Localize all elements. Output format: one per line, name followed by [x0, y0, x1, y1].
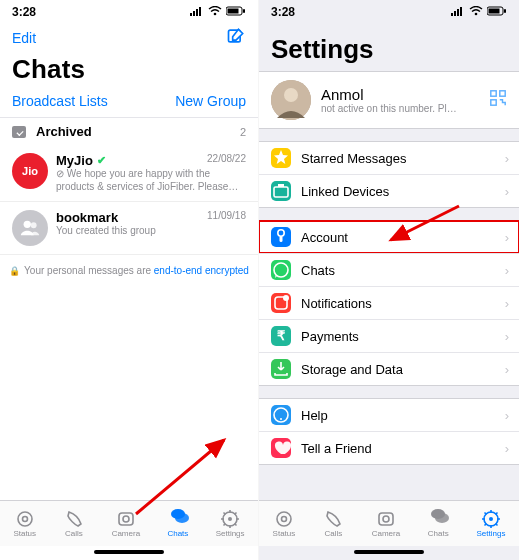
chat-name: bookmark — [56, 210, 118, 225]
e2e-link[interactable]: end-to-end encrypted — [154, 265, 249, 276]
archived-count: 2 — [240, 126, 246, 138]
broadcast-lists-button[interactable]: Broadcast Lists — [12, 93, 108, 109]
status-icon — [14, 510, 36, 528]
svg-point-12 — [22, 516, 27, 521]
archived-label: Archived — [36, 124, 92, 139]
lock-icon: 🔒 — [9, 266, 20, 276]
tab-bar: StatusCallsCameraChatsSettings — [259, 500, 519, 546]
status-icons — [190, 5, 246, 19]
settings-notifications[interactable]: Notifications› — [259, 286, 519, 319]
chat-preview: ⊘ We hope you are happy with the product… — [56, 168, 246, 193]
chevron-right-icon: › — [505, 408, 509, 423]
settings-chats[interactable]: Chats› — [259, 253, 519, 286]
settings-payments[interactable]: ₹Payments› — [259, 319, 519, 352]
svg-point-45 — [489, 517, 493, 521]
settings-starred[interactable]: Starred Messages› — [259, 142, 519, 174]
storage-icon — [271, 359, 291, 379]
cell-label: Starred Messages — [301, 151, 407, 166]
tab-status[interactable]: Status — [13, 510, 36, 538]
new-group-button[interactable]: New Group — [175, 93, 246, 109]
settings-group-2: Account›Chats›Notifications›₹Payments›St… — [259, 220, 519, 386]
tab-label: Camera — [372, 529, 400, 538]
tab-status[interactable]: Status — [273, 510, 296, 538]
archive-icon — [12, 126, 26, 138]
svg-text:₹: ₹ — [277, 328, 286, 343]
settings-storage[interactable]: Storage and Data› — [259, 352, 519, 385]
avatar — [271, 80, 311, 120]
svg-rect-20 — [460, 7, 462, 16]
status-icons — [451, 5, 507, 19]
edit-button[interactable]: Edit — [12, 30, 36, 46]
tab-chats[interactable]: Chats — [427, 510, 449, 538]
tab-label: Camera — [112, 529, 140, 538]
tab-label: Calls — [65, 529, 83, 538]
chats-icon — [271, 260, 291, 280]
linked-icon — [271, 181, 291, 201]
tab-camera[interactable]: Camera — [112, 510, 140, 538]
profile-name: Anmol — [321, 86, 461, 103]
svg-rect-7 — [243, 9, 245, 13]
svg-rect-1 — [193, 11, 195, 16]
cell-label: Payments — [301, 329, 359, 344]
signal-icon — [190, 5, 204, 19]
chats-screen: 3:28 Edit Chats Broadcast Lists New Grou… — [0, 0, 259, 560]
chat-row[interactable]: bookmarkYou created this group11/09/18 — [0, 202, 258, 255]
tab-label: Settings — [476, 529, 505, 538]
calls-icon — [322, 510, 344, 528]
chevron-right-icon: › — [505, 362, 509, 377]
svg-point-36 — [283, 295, 289, 301]
chats-icon — [427, 510, 449, 528]
tab-label: Status — [13, 529, 36, 538]
tab-settings[interactable]: Settings — [216, 510, 245, 538]
tab-label: Chats — [428, 529, 449, 538]
settings-tell[interactable]: Tell a Friend› — [259, 431, 519, 464]
svg-rect-30 — [274, 187, 288, 197]
svg-point-32 — [278, 230, 284, 236]
chat-row[interactable]: JioMyJio✔⊘ We hope you are happy with th… — [0, 145, 258, 202]
settings-help[interactable]: Help› — [259, 399, 519, 431]
chat-list: JioMyJio✔⊘ We hope you are happy with th… — [0, 145, 258, 255]
tab-camera[interactable]: Camera — [372, 510, 400, 538]
battery-icon — [487, 5, 507, 19]
chevron-right-icon: › — [505, 329, 509, 344]
tab-chats[interactable]: Chats — [167, 510, 189, 538]
svg-rect-17 — [451, 13, 453, 16]
qr-icon[interactable] — [489, 89, 507, 111]
help-icon — [271, 405, 291, 425]
archived-row[interactable]: Archived 2 — [0, 118, 258, 145]
tab-settings[interactable]: Settings — [476, 510, 505, 538]
settings-icon — [219, 510, 241, 528]
tab-label: Calls — [325, 529, 343, 538]
settings-account[interactable]: Account› — [259, 221, 519, 253]
profile-row[interactable]: Anmol not active on this number. Pls try… — [259, 71, 519, 129]
tab-calls[interactable]: Calls — [322, 510, 344, 538]
chats-icon — [167, 510, 189, 528]
svg-point-39 — [280, 418, 282, 420]
tab-calls[interactable]: Calls — [63, 510, 85, 538]
compose-icon[interactable] — [226, 26, 246, 50]
home-indicator — [94, 550, 164, 554]
battery-icon — [226, 5, 246, 19]
cell-label: Linked Devices — [301, 184, 389, 199]
clock: 3:28 — [271, 5, 295, 19]
cell-label: Notifications — [301, 296, 372, 311]
status-icon — [273, 510, 295, 528]
chevron-right-icon: › — [505, 441, 509, 456]
tab-bar: StatusCallsCameraChatsSettings — [0, 500, 258, 546]
svg-point-4 — [214, 13, 217, 16]
settings-linked[interactable]: Linked Devices› — [259, 174, 519, 207]
svg-rect-13 — [119, 513, 133, 525]
payments-icon: ₹ — [271, 326, 291, 346]
svg-point-9 — [24, 221, 31, 228]
profile-status: not active on this number. Pls try +9… — [321, 103, 461, 114]
svg-rect-2 — [196, 9, 198, 16]
cell-label: Help — [301, 408, 328, 423]
svg-rect-42 — [379, 513, 393, 525]
home-indicator — [354, 550, 424, 554]
svg-point-21 — [475, 13, 478, 16]
settings-group-3: Help›Tell a Friend› — [259, 398, 519, 465]
svg-point-40 — [277, 512, 291, 526]
tab-label: Chats — [167, 529, 188, 538]
chevron-right-icon: › — [505, 151, 509, 166]
cell-label: Tell a Friend — [301, 441, 372, 456]
